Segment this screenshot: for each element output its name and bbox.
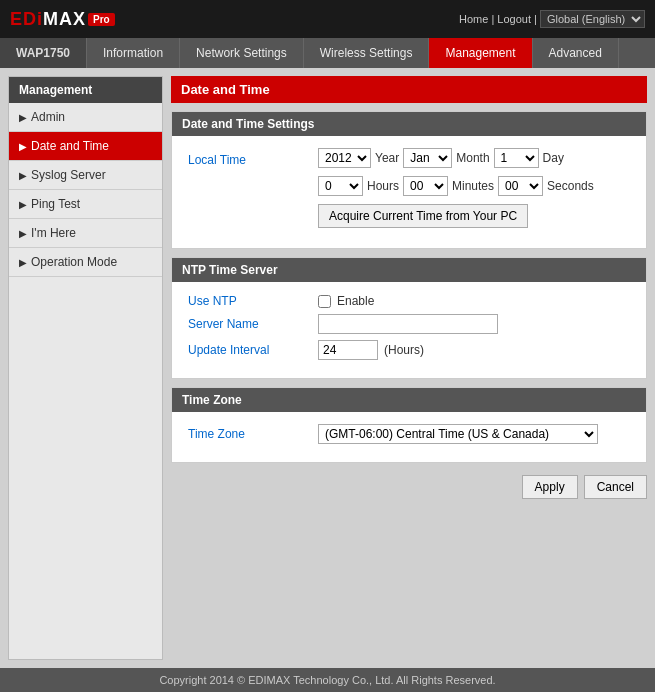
sidebar-item-date-time[interactable]: ▶ Date and Time	[9, 132, 162, 161]
nav-item-wap[interactable]: WAP1750	[0, 38, 87, 68]
acquire-time-button[interactable]: Acquire Current Time from Your PC	[318, 204, 528, 228]
year-select[interactable]: 2012 2013 2014	[318, 148, 371, 168]
nav-item-information[interactable]: Information	[87, 38, 180, 68]
ntp-panel-header: NTP Time Server	[172, 258, 646, 282]
date-time-panel-content: Local Time 2012 2013 2014 Year JanFebMar…	[172, 136, 646, 248]
nav-bar: WAP1750 Information Network Settings Wir…	[0, 38, 655, 68]
day-select[interactable]: 123	[494, 148, 539, 168]
sidebar-item-im-here[interactable]: ▶ I'm Here	[9, 219, 162, 248]
page-footer: Copyright 2014 © EDIMAX Technology Co., …	[0, 668, 655, 692]
logout-link[interactable]: Logout	[497, 13, 531, 25]
server-name-input[interactable]	[318, 314, 498, 334]
acquire-row: Acquire Current Time from Your PC	[318, 204, 630, 228]
update-interval-row: Update Interval (Hours)	[188, 340, 630, 360]
timezone-panel: Time Zone Time Zone (GMT-12:00) Internat…	[171, 387, 647, 463]
sidebar-label-im-here: I'm Here	[31, 226, 76, 240]
apply-button[interactable]: Apply	[522, 475, 578, 499]
date-time-panel: Date and Time Settings Local Time 2012 2…	[171, 111, 647, 249]
sidebar: Management ▶ Admin ▶ Date and Time ▶ Sys…	[8, 76, 163, 660]
year-label: Year	[375, 151, 399, 165]
arrow-icon: ▶	[19, 112, 27, 123]
sidebar-item-syslog[interactable]: ▶ Syslog Server	[9, 161, 162, 190]
sidebar-item-admin[interactable]: ▶ Admin	[9, 103, 162, 132]
date-time-panel-header: Date and Time Settings	[172, 112, 646, 136]
enable-label: Enable	[337, 294, 374, 308]
timezone-row: Time Zone (GMT-12:00) International Date…	[188, 424, 630, 444]
timezone-panel-content: Time Zone (GMT-12:00) International Date…	[172, 412, 646, 462]
server-name-row: Server Name	[188, 314, 630, 334]
page-title: Date and Time	[171, 76, 647, 103]
arrow-icon-active: ▶	[19, 141, 27, 152]
timezone-select[interactable]: (GMT-12:00) International Date Line West…	[318, 424, 598, 444]
update-interval-label: Update Interval	[188, 343, 318, 357]
content-wrapper: Management ▶ Admin ▶ Date and Time ▶ Sys…	[0, 68, 655, 668]
local-time-label: Local Time	[188, 149, 318, 167]
arrow-icon-syslog: ▶	[19, 170, 27, 181]
arrow-icon-ping: ▶	[19, 199, 27, 210]
time-controls: 01 Hours 0030 Minutes 00 Seconds	[318, 176, 594, 196]
ntp-panel-content: Use NTP Enable Server Name Update Interv…	[172, 282, 646, 378]
cancel-button[interactable]: Cancel	[584, 475, 647, 499]
seconds-select[interactable]: 00	[498, 176, 543, 196]
nav-item-management[interactable]: Management	[429, 38, 532, 68]
footer-text: Copyright 2014 © EDIMAX Technology Co., …	[159, 674, 495, 686]
sidebar-item-op-mode[interactable]: ▶ Operation Mode	[9, 248, 162, 277]
logo-pro: Pro	[88, 13, 115, 26]
seconds-label: Seconds	[547, 179, 594, 193]
sidebar-label-ping: Ping Test	[31, 197, 80, 211]
arrow-icon-op-mode: ▶	[19, 257, 27, 268]
timezone-label: Time Zone	[188, 427, 318, 441]
ntp-panel: NTP Time Server Use NTP Enable Server Na…	[171, 257, 647, 379]
nav-item-wireless[interactable]: Wireless Settings	[304, 38, 430, 68]
month-select[interactable]: JanFebMar AprMayJun JulAugSep OctNovDec	[403, 148, 452, 168]
minutes-select[interactable]: 0030	[403, 176, 448, 196]
date-controls: 2012 2013 2014 Year JanFebMar AprMayJun …	[318, 148, 564, 168]
nav-item-network[interactable]: Network Settings	[180, 38, 304, 68]
sidebar-label-op-mode: Operation Mode	[31, 255, 117, 269]
minutes-label: Minutes	[452, 179, 494, 193]
update-interval-value: (Hours)	[318, 340, 424, 360]
hours-select[interactable]: 01	[318, 176, 363, 196]
language-select[interactable]: Global (English)	[540, 10, 645, 28]
server-name-label: Server Name	[188, 317, 318, 331]
sidebar-item-ping[interactable]: ▶ Ping Test	[9, 190, 162, 219]
logo: EDiMAX Pro	[10, 9, 115, 30]
timezone-panel-header: Time Zone	[172, 388, 646, 412]
logo-edimax-red: EDi	[10, 9, 43, 29]
hours-label: Hours	[367, 179, 399, 193]
arrow-icon-im-here: ▶	[19, 228, 27, 239]
home-link[interactable]: Home	[459, 13, 488, 25]
nav-item-advanced[interactable]: Advanced	[533, 38, 619, 68]
main-panel: Date and Time Date and Time Settings Loc…	[171, 76, 647, 660]
local-time-row2: 01 Hours 0030 Minutes 00 Seconds	[318, 176, 630, 196]
sidebar-label-date-time: Date and Time	[31, 139, 109, 153]
use-ntp-value: Enable	[318, 294, 374, 308]
use-ntp-row: Use NTP Enable	[188, 294, 630, 308]
footer-buttons: Apply Cancel	[171, 471, 647, 503]
month-label: Month	[456, 151, 489, 165]
day-label: Day	[543, 151, 564, 165]
update-interval-input[interactable]	[318, 340, 378, 360]
sidebar-label-syslog: Syslog Server	[31, 168, 106, 182]
hours-unit-label: (Hours)	[384, 343, 424, 357]
header-links: Home | Logout | Global (English)	[459, 10, 645, 28]
logo-text: EDiMAX	[10, 9, 86, 30]
sidebar-title: Management	[9, 77, 162, 103]
local-time-row1: Local Time 2012 2013 2014 Year JanFebMar…	[188, 148, 630, 168]
use-ntp-label: Use NTP	[188, 294, 318, 308]
use-ntp-checkbox[interactable]	[318, 295, 331, 308]
sidebar-label-admin: Admin	[31, 110, 65, 124]
header: EDiMAX Pro Home | Logout | Global (Engli…	[0, 0, 655, 38]
